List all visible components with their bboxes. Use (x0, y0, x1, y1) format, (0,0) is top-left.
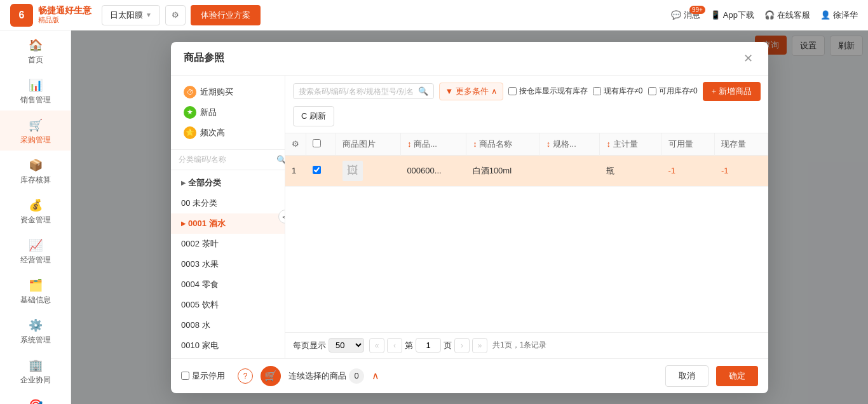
prev-page-button[interactable]: ‹ (387, 338, 402, 353)
table-header-spec[interactable]: ↕ 规格... (539, 133, 600, 156)
quick-recent[interactable]: ⏱ 近期购买 (179, 82, 277, 102)
category-item-0005[interactable]: 0005 饮料 (171, 295, 285, 315)
page-nav: « ‹ 第 页 › » (369, 338, 487, 353)
quick-freq[interactable]: ⭐ 频次高 (179, 123, 277, 143)
category-item-0010[interactable]: 0010 家电 (171, 335, 285, 356)
modal-body: ⏱ 近期购买 ★ 新品 ⭐ 频次高 (171, 76, 768, 358)
table-header-settings[interactable]: ⚙ (285, 133, 306, 156)
available-stock-checkbox[interactable] (593, 87, 601, 95)
cart-icon: 🛒 (261, 366, 281, 386)
row-checkbox-cell[interactable] (306, 155, 336, 186)
table-row[interactable]: 1 🖼 000600... 白酒100ml 瓶 (285, 155, 768, 186)
page-label: 第 (405, 340, 413, 351)
help-button[interactable]: ? (238, 368, 253, 384)
message-icon: 💬 (671, 10, 681, 20)
guide-icon: 🎯 (29, 398, 43, 404)
category-search-box: 🔍 (171, 150, 285, 170)
finance-icon: 💰 (29, 198, 43, 212)
refresh-button[interactable]: C 刷新 (293, 106, 334, 126)
page-number-input[interactable] (416, 338, 441, 353)
message-item[interactable]: 💬 消息 99+ (671, 10, 700, 21)
online-service-item[interactable]: 🎧 在线客服 (764, 10, 810, 21)
user-item[interactable]: 👤 徐泽华 (820, 10, 858, 21)
quick-new[interactable]: ★ 新品 (179, 102, 277, 123)
system-icon: ⚙️ (29, 318, 43, 332)
last-page-button[interactable]: » (472, 338, 487, 353)
modal-overlay: 商品参照 ✕ ⏱ 近期购买 ★ (71, 30, 868, 404)
row-checkbox[interactable] (313, 166, 321, 174)
row-image-cell: 🖼 (336, 155, 401, 186)
first-page-button[interactable]: « (369, 338, 384, 353)
pagination-bar: 每页显示 50 10 20 100 « ‹ (285, 332, 768, 358)
avatar: 👤 (820, 10, 831, 20)
footer-collapse-button[interactable]: ∧ (372, 370, 379, 382)
show-disabled-checkbox[interactable] (181, 372, 189, 380)
select-all-checkbox[interactable] (313, 139, 321, 147)
category-item-all[interactable]: 全部分类 (171, 173, 285, 193)
category-item-0002[interactable]: 0002 茶叶 (171, 234, 285, 254)
sidebar-item-finance[interactable]: 💰 资金管理 (0, 191, 71, 231)
product-search-icon[interactable]: 🔍 (418, 86, 428, 96)
filter-more-button[interactable]: ▼ 更多条件 ∧ (439, 83, 503, 100)
filter-bar: 🔍 ▼ 更多条件 ∧ 按仓库显示现有库存 (285, 76, 768, 133)
table-header-available: 可用量 (661, 133, 714, 156)
sidebar-item-operations[interactable]: 📈 经营管理 (0, 231, 71, 271)
checkbox-available-stock[interactable]: 现有库存≠0 (593, 86, 642, 97)
warehouse-stock-checkbox[interactable] (508, 87, 517, 95)
filter-icon: ▼ (445, 86, 453, 96)
checkbox-warehouse-stock[interactable]: 按仓库显示现有库存 (508, 86, 588, 97)
table-header-checkbox[interactable] (306, 133, 336, 156)
add-product-button[interactable]: + 新增商品 (703, 82, 761, 101)
cancel-button[interactable]: 取消 (665, 365, 709, 387)
sidebar-item-system[interactable]: ⚙️ 系统管理 (0, 311, 71, 351)
table-header-stock: 现存量 (715, 133, 768, 156)
checkbox-usable-stock[interactable]: 可用库存≠0 (648, 86, 698, 97)
next-page-button[interactable]: › (454, 338, 470, 353)
modal-close-button[interactable]: ✕ (740, 51, 756, 66)
product-reference-modal: 商品参照 ✕ ⏱ 近期购买 ★ (171, 42, 768, 393)
product-panel: 🔍 ▼ 更多条件 ∧ 按仓库显示现有库存 (285, 76, 768, 358)
row-available: -1 (661, 155, 714, 186)
category-item-00[interactable]: 00 未分类 (171, 193, 285, 213)
show-disabled-checkbox-label[interactable]: 显示停用 (181, 370, 225, 382)
app-download-item[interactable]: 📱 App下载 (710, 10, 754, 21)
confirm-button[interactable]: 确定 (716, 366, 758, 386)
row-spec (539, 155, 600, 186)
store-dropdown[interactable]: 日太阳膜 ▼ (102, 5, 160, 25)
row-unit: 瓶 (600, 155, 662, 186)
category-panel: ⏱ 近期购买 ★ 新品 ⭐ 频次高 (171, 76, 285, 358)
enterprise-icon: 🏢 (29, 358, 43, 372)
table-header-name[interactable]: ↕ 商品名称 (466, 133, 540, 156)
mobile-icon: 📱 (710, 10, 721, 20)
new-icon: ★ (184, 106, 196, 119)
category-item-0003[interactable]: 0003 水果 (171, 254, 285, 274)
sidebar-item-basics[interactable]: 🗂️ 基础信息 (0, 271, 71, 311)
page-size-select: 每页显示 50 10 20 100 (293, 338, 364, 353)
sidebar-item-inventory[interactable]: 📦 库存核算 (0, 151, 71, 191)
settings-icon[interactable]: ⚙ (165, 5, 186, 25)
trial-button[interactable]: 体验行业方案 (191, 5, 261, 25)
product-search-box: 🔍 (293, 83, 434, 99)
basics-icon: 🗂️ (29, 278, 43, 292)
category-item-0008[interactable]: 0008 水 (171, 315, 285, 335)
product-search-input[interactable] (299, 86, 416, 96)
sidebar-item-home[interactable]: 🏠 首页 (0, 30, 71, 71)
sidebar-item-guide[interactable]: 🎯 新手引导 (0, 391, 71, 404)
inventory-icon: 📦 (29, 158, 43, 172)
product-table: ⚙ 商品图片 ↕ 商品... ↕ (285, 133, 768, 187)
table-header-unit[interactable]: ↕ 主计量 (600, 133, 662, 156)
page-size-dropdown[interactable]: 50 10 20 100 (329, 338, 364, 353)
category-item-0001[interactable]: 0001 酒水 (171, 213, 285, 234)
category-search-icon[interactable]: 🔍 (276, 155, 285, 165)
category-search-input[interactable] (179, 155, 274, 164)
sidebar-item-enterprise[interactable]: 🏢 企业协同 (0, 351, 71, 391)
sidebar-item-sales[interactable]: 📊 销售管理 (0, 71, 71, 111)
sidebar-item-purchase[interactable]: 🛒 采购管理 (0, 111, 71, 151)
row-index: 1 (285, 155, 306, 186)
page-info: 共1页，1条记录 (492, 340, 546, 351)
category-item-0004[interactable]: 0004 零食 (171, 274, 285, 295)
recent-icon: ⏱ (184, 86, 196, 98)
usable-stock-checkbox[interactable] (648, 87, 656, 95)
table-header-code[interactable]: ↕ 商品... (400, 133, 466, 156)
sort-icon: ↕ (473, 139, 477, 149)
